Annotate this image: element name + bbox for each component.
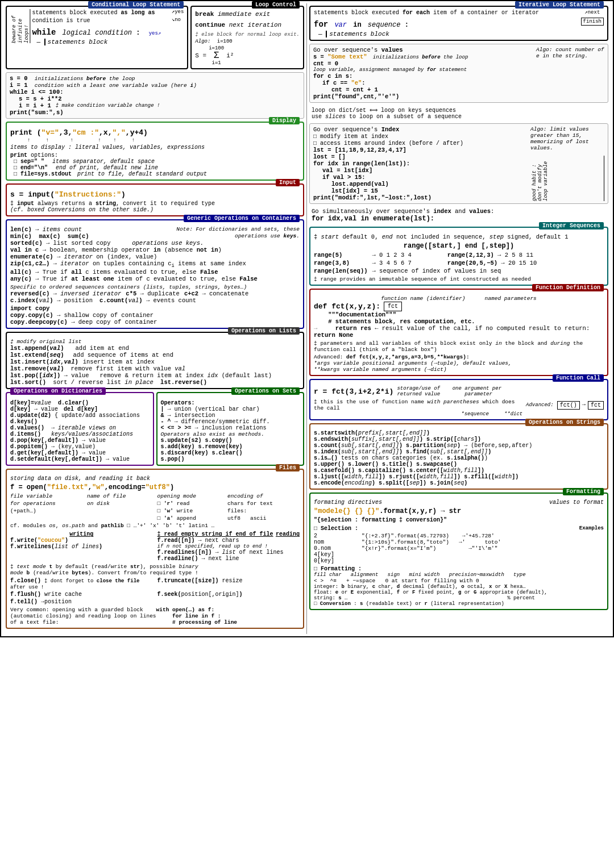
fct-result-box: fct bbox=[588, 401, 604, 410]
dict-sets-grid: Operations on Dictionaries d[key]=value … bbox=[6, 392, 304, 466]
generic-ops-section: Generic Operations on Containers len(c) … bbox=[6, 219, 304, 329]
while-ex-body: s = s + i**2 i = i + 1 ‡ make condition … bbox=[10, 95, 300, 109]
input-section: Input s = input("Instructions:") ‡ input… bbox=[6, 183, 304, 216]
for-loop-notes: loop on dict/set ⟺ loop on keys sequence… bbox=[309, 106, 608, 121]
ops-sets-title: Operations on Sets bbox=[231, 387, 300, 395]
right-column: Iterative Loop Statement statements bloc… bbox=[307, 3, 611, 634]
print-options: print options: bbox=[10, 152, 300, 158]
input-cf-note: (cf. boxed Conversions on the other side… bbox=[10, 207, 300, 213]
func-def-content: function name (identifier) named paramet… bbox=[314, 295, 604, 373]
input-title: Input bbox=[276, 179, 300, 186]
display-title: Display bbox=[269, 117, 300, 124]
int-seq-content: ‡ start default 0, end not included in s… bbox=[314, 233, 604, 282]
for-loop-content: statements block executed for each item … bbox=[314, 9, 604, 37]
ops-lists-content: ‡ modify original list lst.append(val)ad… bbox=[10, 339, 300, 386]
display-section: Display print ("v=",3,"cm :",x,",",y+4) … bbox=[6, 122, 304, 181]
int-seq-section: Integer Sequences ‡ start default 0, end… bbox=[309, 227, 608, 286]
else-note: ‡ else block for normal loop exit. bbox=[195, 32, 300, 37]
algo-note: Algo: i=100 bbox=[195, 39, 300, 44]
str-ops-section: Operations on Strings s.startswith(prefi… bbox=[309, 423, 608, 490]
while-ex-line2: i = 1 condition with a least one variabl… bbox=[10, 82, 300, 89]
files-content: storing data on disk, and reading it bac… bbox=[10, 475, 300, 625]
ops-lists-section: Operations on Lists ‡ modify original li… bbox=[6, 332, 304, 389]
ops-lists-title: Operations on Lists bbox=[228, 327, 300, 335]
func-def-title: Function Definition bbox=[532, 284, 604, 291]
while-syntax: while logical condition : yes↗ bbox=[32, 27, 169, 39]
func-call-content: r = fct(3,i+2,2*i) storage/use of one ar… bbox=[314, 386, 604, 417]
print-arrows: ↑ ↑ ↑ ↑ ↑ ↑ bbox=[10, 137, 300, 143]
loop-control-title: Loop Control bbox=[252, 1, 300, 9]
while-ex-line1: s = 0 initializations before the loop bbox=[10, 75, 300, 82]
ops-dict-section: Operations on Dictionaries d[key]=value … bbox=[6, 392, 154, 466]
str-ops-title: Operations on Strings bbox=[525, 419, 604, 426]
page: Conditional Loop Statement beware of inf… bbox=[0, 0, 614, 637]
func-def-section: Function Definition function name (ident… bbox=[309, 289, 608, 376]
fct-call-box: fct() bbox=[557, 401, 580, 410]
for-example-index: Go over sequence's Index □ modify item a… bbox=[309, 123, 608, 204]
print-end: □ end="\n" end of print, default new lin… bbox=[14, 165, 300, 171]
display-main: print ("v=",3,"cm :",x,",",y+4) bbox=[10, 128, 300, 137]
sigma-formula: S = i=100 Σ i=1 i² bbox=[195, 45, 300, 66]
files-title: Files bbox=[276, 464, 300, 471]
while-ex-print: print("sum:",s) bbox=[10, 109, 300, 116]
while-loop-desc: statements block executed as long as con… bbox=[32, 9, 169, 25]
for-example-values: Go over sequence's values s = "Some text… bbox=[309, 44, 608, 103]
input-note: ‡ input always returns a string, convert… bbox=[10, 201, 300, 207]
formatting-section: Formatting formating directives values t… bbox=[309, 493, 608, 610]
while-loop-section: Conditional Loop Statement beware of inf… bbox=[6, 6, 188, 69]
while-loop-title: Conditional Loop Statement bbox=[88, 1, 184, 9]
input-syntax: s = input("Instructions:") bbox=[10, 190, 300, 199]
loop-control-section: Loop Control break immediate exit contin… bbox=[190, 6, 304, 69]
ops-sets-content: Operators: | → union (vertical bar char)… bbox=[161, 400, 300, 462]
fct-box: fct bbox=[384, 302, 402, 311]
while-example: s = 0 initializations before the loop i … bbox=[6, 72, 304, 119]
func-call-section: Function Call r = fct(3,i+2,2*i) storage… bbox=[309, 379, 608, 420]
left-column: Conditional Loop Statement beware of inf… bbox=[3, 3, 307, 634]
ops-dict-title: Operations on Dictionaries bbox=[10, 387, 106, 395]
for-loop-section: Iterative Loop Statement statements bloc… bbox=[309, 6, 608, 41]
yes-no-label: ↗yes ↘no bbox=[172, 9, 184, 45]
display-items-desc: items to display : literal values, varia… bbox=[10, 144, 300, 151]
while-ex-while: while i <= 100: bbox=[10, 89, 300, 95]
formatting-content: formating directives values to format "m… bbox=[314, 499, 604, 607]
print-file: □ file=sys.stdout print to file, default… bbox=[14, 171, 300, 177]
for-loop-title: Iterative Loop Statement bbox=[515, 1, 604, 9]
str-ops-content: s.startswith(prefix[,start[,end]]) s.end… bbox=[314, 430, 604, 486]
formatting-title: Formatting bbox=[563, 488, 604, 495]
infinite-loops-label: beware of infinite loops! bbox=[10, 9, 30, 43]
while-stmt: — statements block bbox=[36, 39, 169, 45]
print-sep: □ sep=" " items separator, default space bbox=[14, 158, 300, 165]
files-section: Files storing data on disk, and reading … bbox=[6, 469, 304, 629]
func-call-title: Function Call bbox=[553, 374, 604, 382]
ops-dict-content: d[key]=value d.clear() d[key] → value de… bbox=[10, 400, 150, 462]
enumerate-section: Go simultaneously over sequence's index … bbox=[309, 207, 608, 224]
generic-ops-content: len(c) → items count Note: For dictionar… bbox=[10, 226, 300, 326]
ops-sets-section: Operations on Sets Operators: | → union … bbox=[156, 392, 305, 466]
loop-control-content: break immediate exit continue next itera… bbox=[195, 9, 300, 30]
int-seq-title: Integer Sequences bbox=[539, 222, 604, 229]
generic-ops-title: Generic Operations on Containers bbox=[184, 215, 300, 222]
